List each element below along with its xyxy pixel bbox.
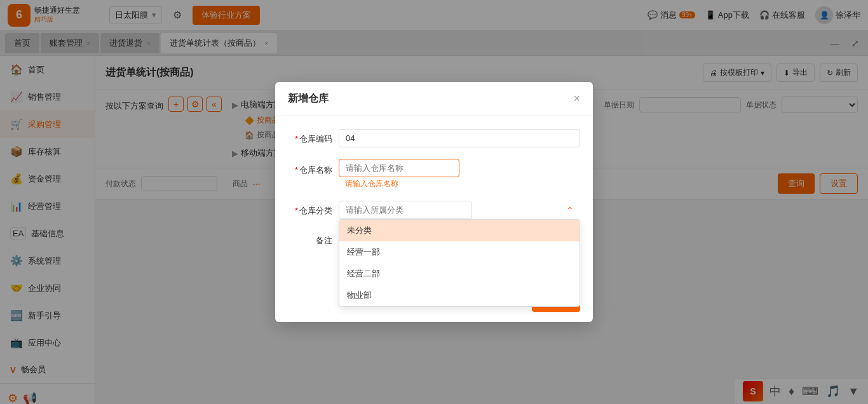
form-row-code: 仓库编码 <box>288 129 580 147</box>
name-error-msg: 请输入仓库名称 <box>345 178 398 189</box>
name-input[interactable] <box>339 159 459 177</box>
modal-close-button[interactable]: × <box>573 92 580 105</box>
name-label: 仓库名称 <box>288 160 339 176</box>
dropdown-option-dept3[interactable]: 物业部 <box>339 285 580 306</box>
dropdown-option-dept2[interactable]: 经营二部 <box>339 263 580 285</box>
form-row-category: 仓库分类 ⌃ 未分类 经营一部 经营二部 物业部 <box>288 201 580 219</box>
dropdown-option-dept1[interactable]: 经营一部 <box>339 241 580 263</box>
modal-new-warehouse: 新增仓库 × 仓库编码 仓库名称 请输入仓库名称 仓库分 <box>275 82 593 322</box>
code-label: 仓库编码 <box>288 129 339 145</box>
category-wrapper: ⌃ 未分类 经营一部 经营二部 物业部 <box>339 201 580 219</box>
code-input[interactable] <box>339 129 580 147</box>
category-label: 仓库分类 <box>288 201 339 217</box>
category-input[interactable] <box>339 201 472 219</box>
modal-title: 新增仓库 <box>288 92 329 105</box>
modal-header: 新增仓库 × <box>275 82 593 116</box>
notes-label: 备注 <box>288 231 339 246</box>
chevron-up-icon[interactable]: ⌃ <box>566 205 574 215</box>
form-row-name: 仓库名称 请输入仓库名称 <box>288 159 580 189</box>
modal-overlay[interactable]: 新增仓库 × 仓库编码 仓库名称 请输入仓库名称 仓库分 <box>0 0 868 404</box>
modal-body: 仓库编码 仓库名称 请输入仓库名称 仓库分类 ⌃ <box>275 116 593 269</box>
category-dropdown: 未分类 经营一部 经营二部 物业部 <box>339 219 580 307</box>
dropdown-option-uncategorized[interactable]: 未分类 <box>339 220 580 241</box>
